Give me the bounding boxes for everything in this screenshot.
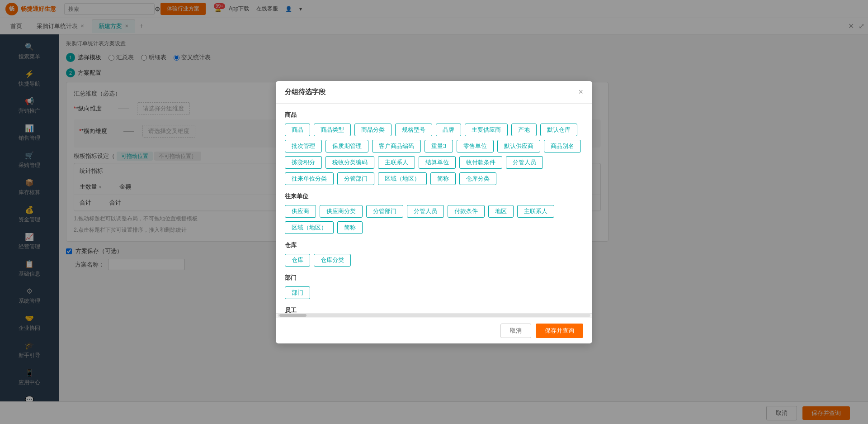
field-tag-supplier[interactable]: 供应商 bbox=[285, 205, 316, 218]
field-tag-warehouse-cat[interactable]: 仓库分类 bbox=[314, 254, 351, 267]
field-tag-department[interactable]: 部门 bbox=[285, 286, 310, 299]
dialog-title: 分组待选字段 bbox=[285, 88, 326, 96]
dialog-body[interactable]: 商品 商品 商品类型 商品分类 规格型号 品牌 主要供应商 产地 默认仓库 批次… bbox=[276, 104, 592, 314]
dialog-header: 分组待选字段 × bbox=[276, 81, 592, 104]
field-tag-spec-model[interactable]: 规格型号 bbox=[395, 124, 432, 136]
section-employee-title: 员工 bbox=[285, 306, 583, 314]
field-tag-brand[interactable]: 品牌 bbox=[436, 124, 461, 136]
dialog-hscroll[interactable] bbox=[276, 313, 592, 317]
section-counterpart-title: 往来单位 bbox=[285, 192, 583, 200]
section-warehouse-tags: 仓库 仓库分类 bbox=[285, 254, 583, 267]
hscroll-track bbox=[278, 314, 590, 317]
dialog-save-button[interactable]: 保存并查询 bbox=[536, 324, 583, 338]
field-tag-payment-cond[interactable]: 收付款条件 bbox=[459, 156, 502, 169]
field-tag-default-warehouse[interactable]: 默认仓库 bbox=[540, 124, 577, 136]
section-counterpart-tags: 供应商 供应商分类 分管部门 分管人员 付款条件 地区 主联系人 区域（地区） … bbox=[285, 205, 583, 234]
section-product: 商品 商品 商品类型 商品分类 规格型号 品牌 主要供应商 产地 默认仓库 批次… bbox=[285, 111, 583, 185]
field-tag-region2[interactable]: 区域（地区） bbox=[285, 221, 334, 234]
section-department-title: 部门 bbox=[285, 274, 583, 282]
section-product-title: 商品 bbox=[285, 111, 583, 119]
field-tag-region[interactable]: 区域（地区） bbox=[378, 172, 427, 185]
field-tag-short-name[interactable]: 简称 bbox=[430, 172, 456, 185]
field-tag-main-contact2[interactable]: 主联系人 bbox=[517, 205, 554, 218]
dialog-cancel-button[interactable]: 取消 bbox=[500, 324, 531, 338]
field-tag-warehouse-category[interactable]: 仓库分类 bbox=[459, 172, 496, 185]
section-department-tags: 部门 bbox=[285, 286, 583, 299]
field-tag-area[interactable]: 地区 bbox=[488, 205, 514, 218]
section-warehouse: 仓库 仓库 仓库分类 bbox=[285, 241, 583, 267]
section-employee: 员工 业务员 bbox=[285, 306, 583, 314]
field-tag-main-supplier[interactable]: 主要供应商 bbox=[465, 124, 508, 136]
field-select-dialog: 分组待选字段 × 商品 商品 商品类型 商品分类 规格型号 品牌 主要供应商 产… bbox=[276, 81, 592, 343]
hscroll-thumb[interactable] bbox=[279, 314, 307, 317]
field-tag-weight[interactable]: 重量3 bbox=[425, 140, 453, 152]
field-tag-supervise-person[interactable]: 分管人员 bbox=[506, 156, 543, 169]
field-tag-main-contact[interactable]: 主联系人 bbox=[378, 156, 415, 169]
field-tag-alias[interactable]: 商品别名 bbox=[544, 140, 581, 152]
field-tag-warehouse[interactable]: 仓库 bbox=[285, 254, 310, 267]
section-department: 部门 部门 bbox=[285, 274, 583, 299]
field-tag-counterpart-category[interactable]: 往来单位分类 bbox=[285, 172, 334, 185]
field-tag-retail-unit[interactable]: 零售单位 bbox=[457, 140, 494, 152]
section-warehouse-title: 仓库 bbox=[285, 241, 583, 249]
field-tag-supervise-dept[interactable]: 分管部门 bbox=[337, 172, 374, 185]
field-tag-supervise-dept2[interactable]: 分管部门 bbox=[366, 205, 403, 218]
field-tag-tax-code[interactable]: 税收分类编码 bbox=[326, 156, 374, 169]
field-tag-customer-code[interactable]: 客户商品编码 bbox=[372, 140, 421, 152]
field-tag-settle-unit[interactable]: 结算单位 bbox=[419, 156, 456, 169]
dialog-close-button[interactable]: × bbox=[578, 87, 583, 97]
dialog-footer: 取消 保存并查询 bbox=[276, 318, 592, 343]
section-product-tags: 商品 商品类型 商品分类 规格型号 品牌 主要供应商 产地 默认仓库 批次管理 … bbox=[285, 124, 583, 185]
field-tag-shelf-life[interactable]: 保质期管理 bbox=[326, 140, 368, 152]
field-tag-supplier-category[interactable]: 供应商分类 bbox=[320, 205, 363, 218]
field-tag-short-name2[interactable]: 简称 bbox=[337, 221, 363, 234]
dialog-overlay: 分组待选字段 × 商品 商品 商品类型 商品分类 规格型号 品牌 主要供应商 产… bbox=[0, 0, 868, 424]
field-tag-default-supplier[interactable]: 默认供应商 bbox=[497, 140, 540, 152]
field-tag-product[interactable]: 商品 bbox=[285, 124, 310, 136]
field-tag-pick-score[interactable]: 拣货积分 bbox=[285, 156, 322, 169]
field-tag-product-type[interactable]: 商品类型 bbox=[314, 124, 351, 136]
field-tag-origin[interactable]: 产地 bbox=[511, 124, 537, 136]
field-tag-product-category[interactable]: 商品分类 bbox=[354, 124, 392, 136]
field-tag-batch-mgmt[interactable]: 批次管理 bbox=[285, 140, 322, 152]
section-counterpart: 往来单位 供应商 供应商分类 分管部门 分管人员 付款条件 地区 主联系人 区域… bbox=[285, 192, 583, 234]
field-tag-supervise-person2[interactable]: 分管人员 bbox=[407, 205, 444, 218]
field-tag-payment-cond2[interactable]: 付款条件 bbox=[448, 205, 485, 218]
